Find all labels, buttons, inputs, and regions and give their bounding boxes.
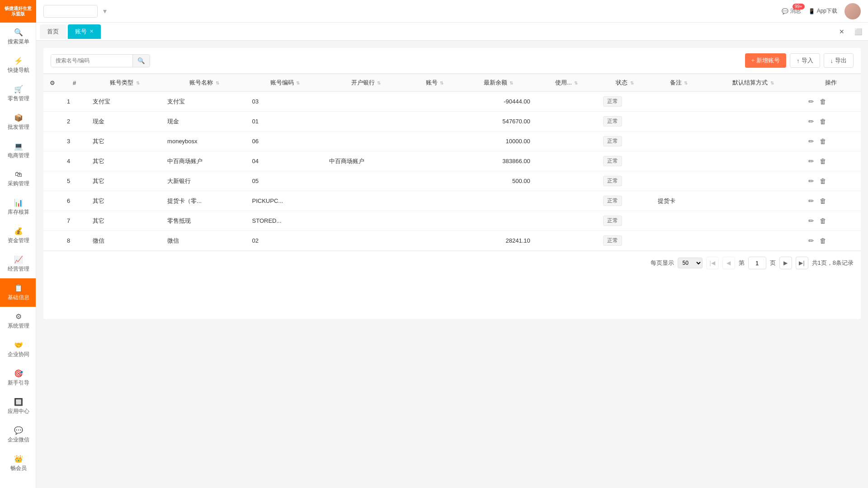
page-prev-button[interactable]: ◀ [722, 257, 735, 269]
page-number-input[interactable] [748, 257, 766, 269]
page-next-button[interactable]: ▶ [779, 257, 792, 269]
sidebar-item-wholesale-mgmt[interactable]: 📦批发管理 [0, 108, 36, 136]
row-account-code: 03 [247, 92, 324, 112]
row-account-type: 现金 [87, 112, 162, 131]
row-remark [652, 151, 705, 171]
row-actions: ✏ 🗑 [801, 151, 861, 171]
tab-account-close[interactable]: ✕ [90, 28, 94, 34]
row-account-name: 支付宝 [162, 92, 246, 112]
header-search-input[interactable] [43, 5, 98, 18]
total-info: 共1页，8条记录 [812, 259, 854, 267]
table-body: 1 支付宝 支付宝 03 -90444.00 正常 ✏ 🗑 2 现金 现金 01… [43, 92, 861, 251]
tab-account[interactable]: 账号 ✕ [68, 24, 101, 39]
delete-button[interactable]: 🗑 [818, 156, 828, 166]
sidebar-item-enterprise-wechat[interactable]: 💬企业微信 [0, 421, 36, 449]
row-bank [324, 211, 408, 231]
import-button[interactable]: ↑ 导入 [790, 53, 820, 68]
ecom-mgmt-label: 电商管理 [8, 152, 29, 159]
row-index: 8 [61, 231, 87, 251]
user-avatar[interactable] [844, 3, 861, 19]
col-default-settlement[interactable]: 默认结算方式 ⇅ [705, 74, 801, 92]
col-latest-balance[interactable]: 最新余额 ⇅ [461, 74, 536, 92]
col-account-no[interactable]: 账号 ⇅ [408, 74, 461, 92]
export-button[interactable]: ↓ 导出 [824, 53, 854, 68]
sidebar-item-finance-mgmt[interactable]: 💰资金管理 [0, 221, 36, 250]
row-status: 正常 [598, 92, 652, 112]
search-input[interactable] [51, 55, 132, 66]
tab-maximize[interactable]: ⬜ [852, 25, 864, 38]
row-usage [536, 171, 598, 191]
tab-home[interactable]: 首页 [40, 24, 66, 39]
sidebar-item-newbie-guide[interactable]: 🎯新手引导 [0, 364, 36, 392]
add-account-button[interactable]: + 新增账号 [745, 53, 786, 68]
col-remark[interactable]: 备注 ⇅ [652, 74, 705, 92]
sidebar-item-basic-info[interactable]: 📋基础信息 [0, 278, 36, 307]
delete-button[interactable]: 🗑 [818, 97, 828, 106]
import-label: 导入 [802, 56, 813, 65]
sidebar-item-enterprise-agreement[interactable]: 🤝企业协同 [0, 335, 36, 364]
row-actions: ✏ 🗑 [801, 171, 861, 191]
page-last-button[interactable]: ▶| [796, 257, 808, 269]
member-label: 畅会员 [10, 465, 27, 471]
export-label: 导出 [835, 56, 847, 65]
app-download-label: App下载 [817, 7, 837, 15]
delete-button[interactable]: 🗑 [818, 176, 828, 186]
sidebar-item-operation-mgmt[interactable]: 📈经营管理 [0, 250, 36, 278]
table-row: 3 其它 moneybosx 06 10000.00 正常 ✏ 🗑 [43, 131, 861, 151]
row-usage [536, 112, 598, 131]
edit-button[interactable]: ✏ [807, 236, 816, 246]
row-remark: 提货卡 [652, 191, 705, 211]
toolbar: 🔍 + 新增账号 ↑ 导入 ↓ 导出 [43, 48, 861, 74]
row-account-no [408, 112, 461, 131]
tab-close-current[interactable]: ✕ [835, 25, 848, 38]
edit-button[interactable]: ✏ [807, 97, 816, 107]
edit-button[interactable]: ✏ [807, 216, 816, 226]
col-account-type[interactable]: 账号类型 ⇅ [87, 74, 162, 92]
page-unit: 页 [770, 259, 776, 267]
sidebar-item-search-menu[interactable]: 🔍搜索菜单 [0, 23, 36, 51]
logo-line2: 乐盟版 [5, 11, 32, 17]
edit-button[interactable]: ✏ [807, 156, 816, 166]
sidebar: 畅捷通好生意 乐盟版 🔍搜索菜单⚡快捷导航🛒零售管理📦批发管理💻电商管理🛍采购管… [0, 0, 36, 488]
delete-button[interactable]: 🗑 [818, 117, 828, 126]
row-usage [536, 151, 598, 171]
status-badge: 正常 [603, 116, 622, 127]
delete-button[interactable]: 🗑 [818, 196, 828, 206]
col-bank[interactable]: 开户银行 ⇅ [324, 74, 408, 92]
header-dropdown-icon[interactable]: ▾ [103, 7, 107, 15]
sidebar-item-system-mgmt[interactable]: ⚙系统管理 [0, 307, 36, 335]
col-usage[interactable]: 使用... ⇅ [536, 74, 598, 92]
row-status: 正常 [598, 191, 652, 211]
sidebar-item-retail-mgmt[interactable]: 🛒零售管理 [0, 80, 36, 108]
header-left: ▾ [43, 5, 107, 18]
row-status: 正常 [598, 151, 652, 171]
wholesale-mgmt-icon: 📦 [3, 113, 34, 122]
edit-button[interactable]: ✏ [807, 136, 816, 146]
app-download-button[interactable]: 📱 App下载 [808, 7, 837, 15]
page-first-button[interactable]: |◀ [706, 257, 719, 269]
delete-button[interactable]: 🗑 [818, 136, 828, 146]
col-account-name[interactable]: 账号名称 ⇅ [162, 74, 246, 92]
message-button[interactable]: 💬 消息 99+ [782, 7, 801, 15]
delete-button[interactable]: 🗑 [818, 216, 828, 225]
system-mgmt-label: 系统管理 [8, 323, 29, 329]
sidebar-item-purchase-mgmt[interactable]: 🛍采购管理 [0, 165, 36, 193]
page-size-select[interactable]: 50 100 200 [678, 258, 703, 268]
col-gear[interactable]: ⚙ [43, 74, 61, 92]
sidebar-item-quick-nav[interactable]: ⚡快捷导航 [0, 51, 36, 80]
sidebar-item-app-center[interactable]: 🔲应用中心 [0, 392, 36, 421]
edit-button[interactable]: ✏ [807, 196, 816, 206]
add-account-label: + 新增账号 [751, 56, 780, 65]
col-account-code[interactable]: 账号编码 ⇅ [247, 74, 324, 92]
row-usage [536, 211, 598, 231]
wholesale-mgmt-label: 批发管理 [8, 124, 29, 130]
sidebar-item-inventory[interactable]: 📊库存核算 [0, 193, 36, 221]
sidebar-item-ecom-mgmt[interactable]: 💻电商管理 [0, 136, 36, 165]
delete-button[interactable]: 🗑 [818, 236, 828, 245]
sidebar-item-member[interactable]: 👑畅会员 [0, 449, 36, 478]
search-button[interactable]: 🔍 [132, 55, 150, 67]
edit-button[interactable]: ✏ [807, 117, 816, 127]
edit-button[interactable]: ✏ [807, 176, 816, 186]
col-status[interactable]: 状态 ⇅ [598, 74, 652, 92]
row-remark [652, 171, 705, 191]
